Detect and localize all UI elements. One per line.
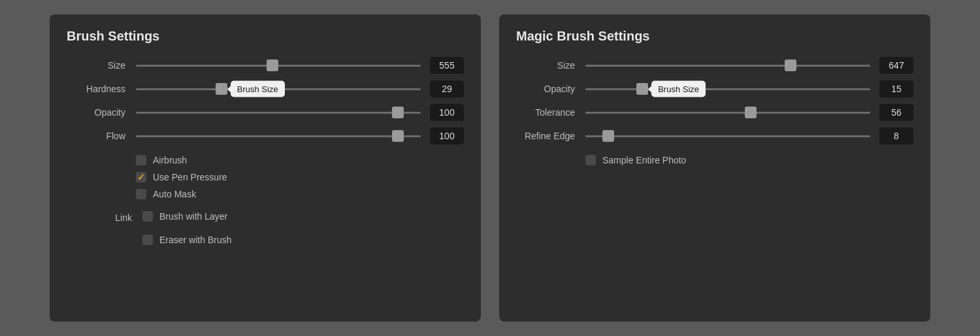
refine-edge-track-container: [585, 129, 870, 143]
opacity-thumb[interactable]: [392, 107, 404, 118]
refine-edge-thumb[interactable]: [602, 130, 614, 142]
link-section: Link Brush with Layer Eraser with Brush: [106, 211, 464, 252]
refine-edge-slider-row: Refine Edge8: [516, 127, 913, 144]
brush-with-layer-row: Brush with Layer: [142, 211, 231, 222]
pen-pressure-checkbox[interactable]: ✓: [136, 172, 146, 182]
size-track-container: [585, 59, 870, 72]
link-checkboxes: Brush with Layer Eraser with Brush: [142, 211, 231, 252]
size-label: Size: [516, 60, 575, 71]
opacity-thumb[interactable]: [636, 83, 648, 95]
hardness-track-container: Brush Size: [136, 82, 421, 95]
size-thumb[interactable]: [267, 59, 278, 71]
hardness-slider-row: HardnessBrush Size29: [67, 80, 464, 97]
size-track-container: [136, 59, 421, 72]
brush-sliders: Size555HardnessBrush Size29Opacity100Flo…: [67, 57, 464, 144]
brush-settings-panel: Brush Settings Size555HardnessBrush Size…: [50, 14, 481, 322]
size-slider-row: Size555: [67, 57, 464, 74]
panels-container: Brush Settings Size555HardnessBrush Size…: [37, 1, 943, 335]
size-value[interactable]: 555: [430, 57, 464, 74]
sample-entire-photo-label: Sample Entire Photo: [602, 155, 686, 165]
auto-mask-checkbox[interactable]: [136, 189, 146, 199]
opacity-value[interactable]: 100: [430, 104, 464, 121]
size-track[interactable]: [585, 65, 870, 67]
size-track[interactable]: [136, 65, 421, 67]
hardness-label: Hardness: [67, 84, 125, 94]
flow-thumb[interactable]: [392, 130, 404, 142]
flow-label: Flow: [67, 131, 125, 141]
magic-brush-checkboxes: Sample Entire Photo: [585, 155, 913, 165]
size-value[interactable]: 647: [879, 57, 913, 74]
opacity-track[interactable]: [136, 112, 421, 114]
flow-track[interactable]: [136, 135, 421, 137]
eraser-with-brush-row: Eraser with Brush: [142, 235, 231, 245]
size-thumb[interactable]: [785, 59, 796, 71]
opacity-label: Opacity: [516, 84, 575, 94]
pen-pressure-checkmark: ✓: [137, 172, 145, 182]
brush-with-layer-label: Brush with Layer: [159, 211, 227, 222]
size-label: Size: [67, 60, 125, 71]
opacity-slider-row: OpacityBrush Size15: [516, 80, 913, 97]
hardness-value[interactable]: 29: [430, 80, 464, 97]
tolerance-label: Tolerance: [516, 107, 575, 118]
hardness-track[interactable]: [136, 88, 421, 90]
sample-entire-photo-checkbox[interactable]: [585, 155, 596, 165]
eraser-with-brush-checkbox[interactable]: [142, 235, 153, 245]
opacity-track[interactable]: [585, 88, 870, 90]
flow-slider-row: Flow100: [67, 127, 464, 144]
hardness-thumb[interactable]: [216, 83, 227, 95]
airbrush-checkbox[interactable]: [136, 155, 146, 165]
pen-pressure-row: ✓ Use Pen Pressure: [136, 172, 464, 182]
refine-edge-label: Refine Edge: [516, 131, 575, 141]
opacity-track-container: [136, 106, 421, 119]
tolerance-thumb[interactable]: [745, 107, 757, 118]
eraser-with-brush-label: Eraser with Brush: [159, 235, 231, 245]
refine-edge-value[interactable]: 8: [879, 127, 913, 144]
tolerance-value[interactable]: 56: [879, 104, 913, 121]
auto-mask-label: Auto Mask: [153, 189, 196, 199]
brush-checkboxes: Airbrush ✓ Use Pen Pressure Auto Mask: [136, 155, 464, 199]
magic-brush-settings-title: Magic Brush Settings: [516, 29, 913, 44]
flow-track-container: [136, 129, 421, 143]
opacity-track-container: Brush Size: [585, 82, 870, 95]
tolerance-track[interactable]: [585, 112, 870, 114]
airbrush-row: Airbrush: [136, 155, 464, 165]
size-slider-row: Size647: [516, 57, 913, 74]
tolerance-track-container: [585, 106, 870, 119]
airbrush-label: Airbrush: [153, 155, 187, 165]
opacity-label: Opacity: [67, 107, 125, 118]
brush-with-layer-checkbox[interactable]: [142, 211, 153, 222]
pen-pressure-label: Use Pen Pressure: [153, 172, 227, 182]
sample-entire-photo-row: Sample Entire Photo: [585, 155, 913, 165]
link-label: Link: [106, 211, 132, 223]
refine-edge-track[interactable]: [585, 135, 870, 137]
flow-value[interactable]: 100: [430, 127, 464, 144]
brush-settings-title: Brush Settings: [67, 29, 464, 44]
auto-mask-row: Auto Mask: [136, 189, 464, 199]
tolerance-slider-row: Tolerance56: [516, 104, 913, 121]
magic-brush-settings-panel: Magic Brush Settings Size647OpacityBrush…: [499, 14, 930, 322]
magic-brush-sliders: Size647OpacityBrush Size15Tolerance56Ref…: [516, 57, 913, 144]
opacity-value[interactable]: 15: [879, 80, 913, 97]
opacity-slider-row: Opacity100: [67, 104, 464, 121]
